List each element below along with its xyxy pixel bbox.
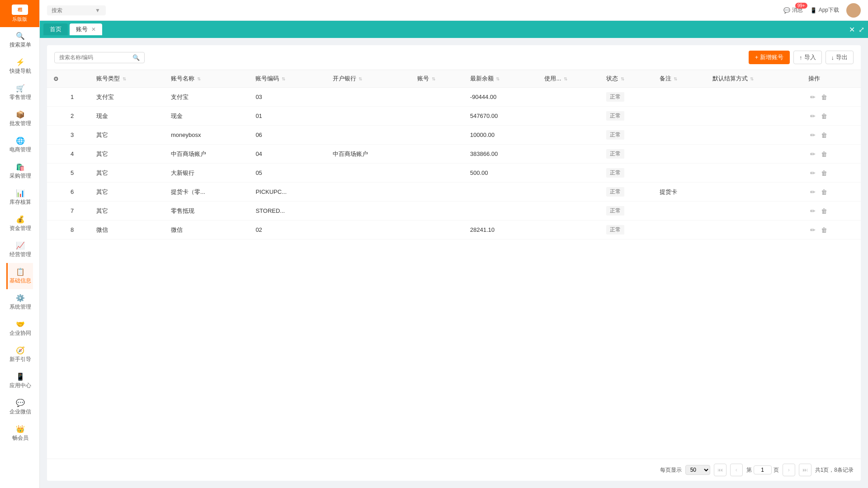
export-icon: ↓ [831,54,835,61]
page-label: 第 [746,466,752,474]
cell-balance: 10000.00 [465,126,539,145]
cell-status: 正常 [601,145,654,164]
cell-gear [47,88,65,107]
sidebar-item-quick-nav[interactable]: ⚡快捷导航 [6,53,33,80]
sidebar-item-retail[interactable]: 🛒零售管理 [6,80,33,106]
edit-button[interactable]: ✏ [808,169,817,178]
cell-settle [707,202,803,221]
purchase-icon: 🛍️ [16,163,25,171]
table-search-wrap[interactable]: 🔍 [54,52,145,63]
pagination: 每页显示 50 100 200 ⏮ ‹ 第 页 › ⏭ 共1页，8条记录 [47,459,861,481]
edit-button[interactable]: ✏ [808,131,817,140]
cell-account [412,145,465,164]
tab-account[interactable]: 账号 ✕ [70,23,102,35]
sidebar-item-wholesale[interactable]: 📦批发管理 [6,106,33,132]
header-search-box[interactable]: ▼ [47,5,106,15]
col-balance[interactable]: 最新余额 ⇅ [465,70,539,88]
app-download-button[interactable]: 📱 App下载 [810,6,839,14]
header-search-dropdown-icon[interactable]: ▼ [95,7,100,14]
sidebar-item-purchase[interactable]: 🛍️采购管理 [6,158,33,184]
add-account-button[interactable]: + 新增账号 [749,51,790,64]
delete-button[interactable]: 🗑 [819,150,829,159]
sidebar-item-system[interactable]: ⚙️系统管理 [6,289,33,315]
page-prev-button[interactable]: ‹ [730,464,743,476]
app-icon: 📱 [810,7,817,14]
page-first-button[interactable]: ⏮ [714,464,726,476]
delete-button[interactable]: 🗑 [819,188,829,197]
edit-button[interactable]: ✏ [808,150,817,159]
delete-button[interactable]: 🗑 [819,206,829,216]
table-search-input[interactable] [59,54,130,61]
edit-button[interactable]: ✏ [808,112,817,121]
cell-remark [654,126,707,145]
table-search-icon[interactable]: 🔍 [132,54,140,61]
sidebar-item-guide[interactable]: 🧭新手引导 [6,342,33,368]
edit-button[interactable]: ✏ [808,206,817,216]
export-button[interactable]: ↓ 导出 [826,51,854,64]
cell-remark [654,164,707,183]
main-area: ▼ 💬 消息 99+ 📱 App下载 首页 账号 ✕ ✕ ⤢ [40,0,868,488]
col-usage[interactable]: 使用... ⇅ [539,70,601,88]
table-row: 5 其它 大新银行 05 500.00 正常 ✏ 🗑 [47,164,861,183]
tab-home[interactable]: 首页 [43,23,68,35]
table-row: 6 其它 提货卡（零... PICKUPC... 正常 提货卡 ✏ 🗑 [47,183,861,202]
sidebar-item-basic-info[interactable]: 📋基础信息 [6,263,33,289]
sidebar-item-operations[interactable]: 📈经营管理 [6,237,33,263]
sidebar-item-label: 基础信息 [9,277,31,285]
edit-button[interactable]: ✏ [808,225,817,235]
page-last-button[interactable]: ⏭ [799,464,811,476]
col-status[interactable]: 状态 ⇅ [601,70,654,88]
sidebar-item-label: 新手引导 [9,356,31,363]
cell-type: 微信 [91,221,165,239]
col-remark[interactable]: 备注 ⇅ [654,70,707,88]
tab-expand-icon[interactable]: ⤢ [859,25,864,34]
edit-button[interactable]: ✏ [808,188,817,197]
cell-remark [654,202,707,221]
tab-account-close-icon[interactable]: ✕ [91,26,96,33]
delete-button[interactable]: 🗑 [819,225,829,235]
sidebar-item-app-center[interactable]: 📱应用中心 [6,368,33,394]
content-card: 🔍 + 新增账号 ↑ 导入 ↓ 导出 [47,45,861,481]
delete-button[interactable]: 🗑 [819,131,829,140]
sidebar-item-label: 经营管理 [9,251,31,258]
sidebar-item-search-menu[interactable]: 🔍搜索菜单 [6,27,33,53]
edit-button[interactable]: ✏ [808,93,817,102]
col-code[interactable]: 账号编码 ⇅ [250,70,327,88]
col-account[interactable]: 账号 ⇅ [412,70,465,88]
delete-button[interactable]: 🗑 [819,112,829,121]
sidebar-item-label: 快捷导航 [9,67,31,75]
page-size-select[interactable]: 50 100 200 [685,465,710,475]
tab-close-icon[interactable]: ✕ [849,25,855,34]
sidebar-item-finance[interactable]: 💰资金管理 [6,211,33,237]
wholesale-icon: 📦 [16,110,25,119]
membership-icon: 👑 [16,425,25,433]
cell-status: 正常 [601,202,654,221]
import-button[interactable]: ↑ 导入 [793,51,822,64]
tab-bar: 首页 账号 ✕ ✕ ⤢ [40,21,868,38]
col-bank[interactable]: 开户银行 ⇅ [327,70,412,88]
page-next-button[interactable]: › [783,464,795,476]
col-name[interactable]: 账号名称 ⇅ [165,70,250,88]
user-avatar[interactable] [846,3,861,18]
toolbar-right: + 新增账号 ↑ 导入 ↓ 导出 [749,51,854,64]
sidebar-item-agreement[interactable]: 🤝企业协同 [6,315,33,342]
sidebar-item-inventory[interactable]: 📊库存核算 [6,184,33,211]
sidebar-item-membership[interactable]: 👑畅会员 [6,420,33,446]
sidebar-item-label: 系统管理 [9,303,31,311]
delete-button[interactable]: 🗑 [819,169,829,178]
cell-name: 大新银行 [165,164,250,183]
table-row: 8 微信 微信 02 28241.10 正常 ✏ 🗑 [47,221,861,239]
page-number-input[interactable] [754,465,772,474]
message-button[interactable]: 💬 消息 99+ [783,6,803,14]
cell-balance [465,183,539,202]
app-center-icon: 📱 [16,372,25,381]
col-settle[interactable]: 默认结算方式 ⇅ [707,70,803,88]
account-table: ⚙ 账号类型 ⇅ 账号名称 ⇅ 账号编码 ⇅ 开户银行 ⇅ 账号 ⇅ 最新余额 … [47,70,861,239]
sidebar-item-enterprise-wechat[interactable]: 💬企业微信 [6,394,33,420]
header-search-input[interactable] [52,7,92,14]
col-type[interactable]: 账号类型 ⇅ [91,70,165,88]
col-settings[interactable]: ⚙ [47,70,65,88]
delete-button[interactable]: 🗑 [819,93,829,102]
sidebar-item-ecommerce[interactable]: 🌐电商管理 [6,132,33,158]
search-menu-icon: 🔍 [16,32,25,40]
